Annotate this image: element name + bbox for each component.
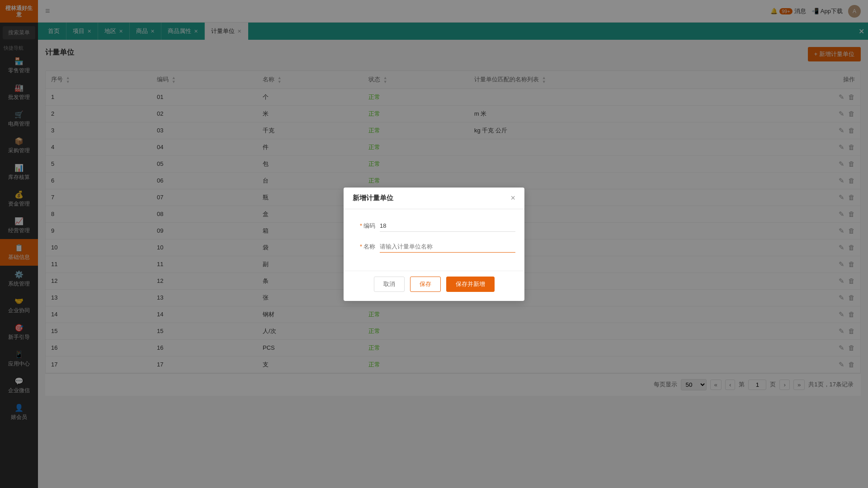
add-unit-modal: 新增计量单位 × 编码 名称 取消 保存 保存并新增	[344, 188, 524, 301]
form-row-name: 名称	[353, 241, 515, 253]
modal-close-button[interactable]: ×	[510, 194, 515, 202]
modal-header: 新增计量单位 ×	[344, 188, 524, 209]
cancel-button[interactable]: 取消	[374, 277, 405, 292]
form-row-code: 编码	[353, 220, 515, 232]
save-and-new-button[interactable]: 保存并新增	[446, 277, 495, 292]
save-button[interactable]: 保存	[410, 277, 441, 292]
name-input[interactable]	[380, 241, 515, 253]
modal-footer: 取消 保存 保存并新增	[344, 271, 524, 301]
modal-overlay[interactable]: 新增计量单位 × 编码 名称 取消 保存 保存并新增	[0, 0, 868, 488]
modal-title: 新增计量单位	[353, 194, 393, 202]
name-label: 名称	[353, 243, 380, 251]
modal-body: 编码 名称	[344, 209, 524, 269]
code-input[interactable]	[380, 220, 515, 232]
code-label: 编码	[353, 222, 380, 230]
